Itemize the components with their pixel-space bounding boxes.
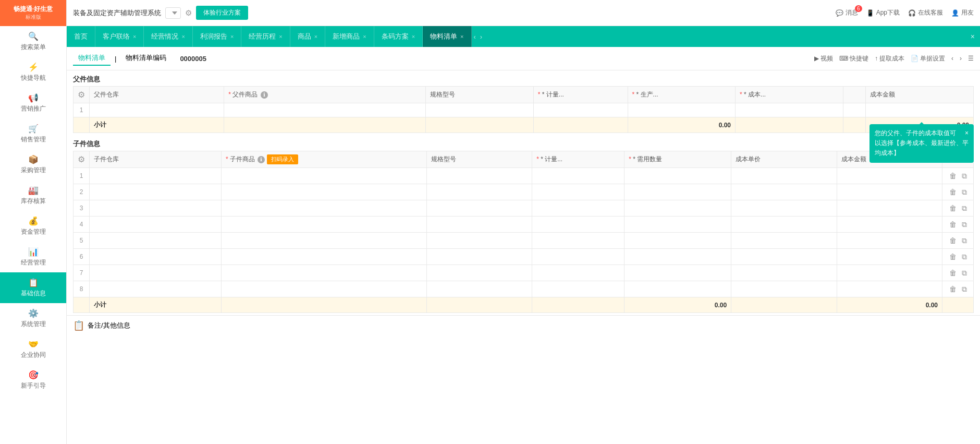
child-cell-spec-1[interactable] (426, 168, 532, 184)
user-button[interactable]: 👤 用友 (951, 8, 974, 17)
child-cell-warehouse-3[interactable] (90, 200, 222, 217)
parent-settings-icon[interactable]: ⚙ (78, 90, 85, 99)
sidebar-item-operation[interactable]: 📊 经营管理 (0, 242, 66, 272)
parent-cell-spec-1[interactable] (426, 103, 534, 117)
child-cell-price-8[interactable] (731, 281, 837, 297)
tab-barcode-close[interactable]: × (412, 33, 415, 40)
app-download-button[interactable]: 📱 App下载 (866, 8, 900, 17)
sidebar-item-basic-info[interactable]: 📋 基础信息 (0, 272, 66, 303)
copy-icon-3[interactable]: ⧉ (960, 203, 969, 213)
child-cell-unit-4[interactable] (532, 217, 624, 233)
tab-business[interactable]: 经营情况 × (144, 26, 192, 47)
child-cell-price-6[interactable] (731, 249, 837, 265)
sidebar-item-sales[interactable]: 🛒 销售管理 (0, 118, 66, 149)
sidebar-item-quick-nav[interactable]: ⚡ 快捷导航 (0, 57, 66, 88)
child-cell-product-5[interactable] (221, 233, 426, 249)
child-cell-price-7[interactable] (731, 265, 837, 281)
child-cell-qty-2[interactable] (624, 184, 731, 200)
copy-icon-6[interactable]: ⧉ (960, 252, 969, 261)
copy-icon-4[interactable]: ⧉ (960, 220, 969, 229)
child-cell-warehouse-6[interactable] (90, 249, 222, 265)
child-cell-product-7[interactable] (221, 265, 426, 281)
child-cell-price-1[interactable] (731, 168, 837, 184)
tab-history-close[interactable]: × (279, 33, 282, 40)
nav-prev-icon[interactable]: ‹ (951, 55, 953, 62)
tab-barcode[interactable]: 条码方案 × (374, 26, 423, 47)
delete-icon-8[interactable]: 🗑 (948, 284, 958, 294)
message-button[interactable]: 💬 6 消息 (836, 8, 858, 17)
tab-prev-arrow[interactable]: ‹ (472, 33, 478, 41)
child-cell-warehouse-1[interactable] (90, 168, 222, 184)
online-service-button[interactable]: 🎧 在线客服 (908, 8, 943, 17)
child-cell-spec-2[interactable] (426, 184, 532, 200)
child-cell-warehouse-2[interactable] (90, 184, 222, 200)
child-cell-warehouse-8[interactable] (90, 281, 222, 297)
child-cell-unit-8[interactable] (532, 281, 624, 297)
sub-tab-bom-code[interactable]: 物料清单编码 (120, 51, 172, 66)
delete-icon-2[interactable]: 🗑 (948, 187, 958, 197)
tab-profit-close[interactable]: × (230, 33, 234, 40)
child-cell-qty-6[interactable] (624, 249, 731, 265)
child-cell-price-5[interactable] (731, 233, 837, 249)
trial-button[interactable]: 体验行业方案 (196, 6, 248, 20)
child-cell-unit-3[interactable] (532, 200, 624, 217)
sidebar-item-purchase[interactable]: 📦 采购管理 (0, 149, 66, 180)
copy-icon-8[interactable]: ⧉ (960, 284, 969, 294)
child-product-info-icon[interactable]: ℹ (258, 156, 265, 163)
tab-history[interactable]: 经营历程 × (241, 26, 290, 47)
child-cell-warehouse-4[interactable] (90, 217, 222, 233)
sub-tab-bom[interactable]: 物料清单 (73, 51, 111, 66)
tab-customer[interactable]: 客户联络 × (95, 26, 144, 47)
child-cell-unit-2[interactable] (532, 184, 624, 200)
tab-business-close[interactable]: × (181, 33, 185, 40)
child-settings-icon[interactable]: ⚙ (78, 155, 85, 164)
parent-cell-product-1[interactable] (224, 103, 426, 117)
copy-icon-5[interactable]: ⧉ (960, 236, 969, 245)
delete-icon-1[interactable]: 🗑 (948, 171, 958, 181)
child-cell-spec-6[interactable] (426, 249, 532, 265)
tooltip-close-button[interactable]: × (965, 128, 969, 138)
child-cell-spec-8[interactable] (426, 281, 532, 297)
sidebar-item-search[interactable]: 🔍 搜索菜单 (0, 26, 66, 57)
child-cell-qty-1[interactable] (624, 168, 731, 184)
sidebar-item-guide[interactable]: 🎯 新手引导 (0, 365, 66, 395)
child-cell-product-8[interactable] (221, 281, 426, 297)
delete-icon-6[interactable]: 🗑 (948, 252, 958, 261)
child-cell-price-2[interactable] (731, 184, 837, 200)
copy-icon-1[interactable]: ⧉ (960, 171, 969, 181)
tab-product[interactable]: 商品 × (290, 26, 325, 47)
child-cell-product-2[interactable] (221, 184, 426, 200)
tab-next-arrow[interactable]: › (478, 33, 484, 41)
child-cell-unit-6[interactable] (532, 249, 624, 265)
single-setting-action[interactable]: 📄 单据设置 (911, 54, 945, 63)
shortcut-action[interactable]: ⌨ 快捷键 (839, 54, 868, 63)
tab-home[interactable]: 首页 (67, 26, 95, 47)
child-cell-warehouse-5[interactable] (90, 233, 222, 249)
child-cell-spec-7[interactable] (426, 265, 532, 281)
tab-customer-close[interactable]: × (133, 33, 136, 40)
sidebar-item-finance[interactable]: 💰 资金管理 (0, 211, 66, 242)
tab-new-product[interactable]: 新增商品 × (325, 26, 374, 47)
sidebar-item-enterprise[interactable]: 🤝 企业协同 (0, 334, 66, 365)
child-cell-unit-7[interactable] (532, 265, 624, 281)
delete-icon-5[interactable]: 🗑 (948, 236, 958, 245)
child-cell-spec-4[interactable] (426, 217, 532, 233)
child-cell-qty-5[interactable] (624, 233, 731, 249)
system-selector[interactable] (165, 7, 181, 19)
child-cell-product-1[interactable] (221, 168, 426, 184)
child-cell-qty-4[interactable] (624, 217, 731, 233)
child-cell-product-3[interactable] (221, 200, 426, 217)
copy-icon-2[interactable]: ⧉ (960, 187, 969, 197)
child-cell-unit-5[interactable] (532, 233, 624, 249)
child-cell-qty-8[interactable] (624, 281, 731, 297)
list-view-icon[interactable]: ☰ (968, 55, 974, 62)
child-cell-product-4[interactable] (221, 217, 426, 233)
child-cell-qty-3[interactable] (624, 200, 731, 217)
parent-product-info-icon[interactable]: ℹ (261, 91, 268, 99)
parent-cell-cost-1[interactable] (736, 103, 843, 117)
nav-next-icon[interactable]: › (960, 55, 962, 62)
child-cell-price-3[interactable] (731, 200, 837, 217)
close-all-tabs[interactable]: × (965, 32, 980, 41)
delete-icon-3[interactable]: 🗑 (948, 203, 958, 213)
parent-cell-prod-1[interactable] (628, 103, 736, 117)
